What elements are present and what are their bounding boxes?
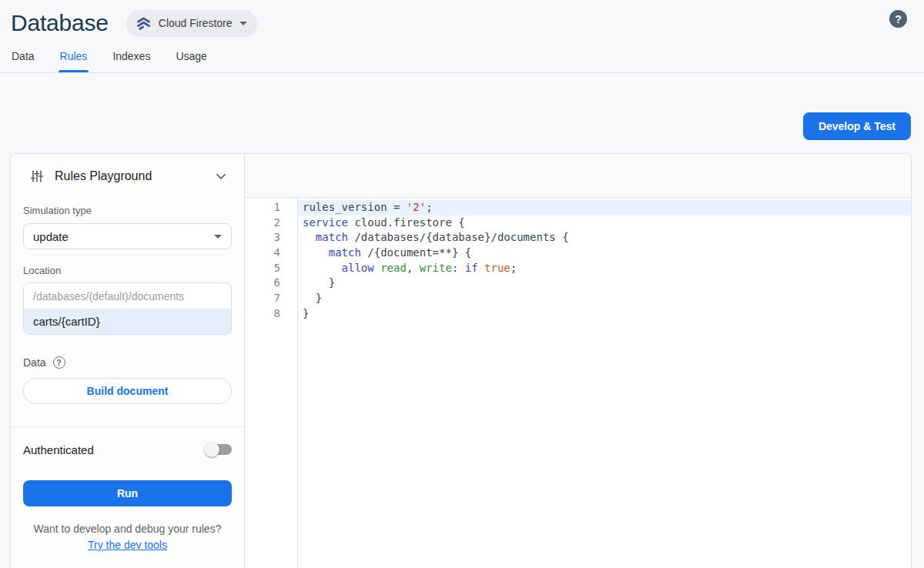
rules-card: Rules Playground Simulation type update … [10, 153, 912, 568]
code-line[interactable]: } [298, 276, 911, 291]
code-token: read [380, 262, 407, 274]
help-icon: ? [895, 13, 902, 25]
line-number: 5 [245, 261, 280, 276]
code-token [478, 262, 484, 274]
tab-usage[interactable]: Usage [175, 42, 207, 72]
code-line[interactable]: rules_version = '2'; [298, 200, 911, 216]
authenticated-label: Authenticated [23, 443, 94, 456]
simulation-type-select[interactable]: update [23, 223, 232, 249]
code-token: ; [511, 262, 517, 274]
page-title: Database [11, 10, 109, 36]
code-token: '2' [407, 201, 426, 213]
help-button[interactable]: ? [889, 10, 907, 28]
code-token: /{document=**} { [361, 246, 471, 259]
code-token: ; [426, 201, 432, 213]
code-token [303, 246, 329, 259]
line-number: 2 [245, 216, 280, 231]
playground-title: Rules Playground [55, 169, 203, 183]
line-number: 6 [245, 276, 280, 291]
product-selector[interactable]: Cloud Firestore [126, 10, 257, 37]
code-token: rules_version = [303, 201, 407, 213]
code-token: } [303, 292, 322, 304]
location-input[interactable]: /databases/(default)/documents carts/{ca… [23, 282, 232, 335]
code-token [303, 262, 342, 274]
editor-gutter: 12345678 [245, 198, 298, 568]
line-number: 1 [245, 200, 280, 216]
code-token: service [303, 216, 348, 229]
build-document-button[interactable]: Build document [23, 378, 232, 404]
run-button[interactable]: Run [23, 480, 232, 506]
editor-toolbar [245, 154, 911, 198]
chevron-down-icon [239, 22, 247, 25]
line-number: 3 [245, 230, 280, 246]
chevron-down-icon [214, 235, 222, 239]
code-token: if [465, 262, 478, 274]
code-token: cloud.firestore { [348, 216, 465, 229]
code-token [303, 231, 316, 243]
rules-editor: 12345678 rules_version = '2';service clo… [245, 154, 911, 568]
code-token: } [303, 276, 335, 289]
tab-rules[interactable]: Rules [59, 42, 89, 72]
location-label: Location [23, 265, 232, 276]
authenticated-row: Authenticated [23, 442, 232, 457]
data-label: Data [23, 356, 46, 369]
editor-code[interactable]: rules_version = '2';service cloud.firest… [298, 198, 911, 568]
playground-header[interactable]: Rules Playground [11, 154, 244, 198]
rules-playground-panel: Rules Playground Simulation type update … [11, 154, 245, 568]
data-section-header: Data ? [23, 356, 232, 369]
develop-test-button[interactable]: Develop & Test [803, 112, 911, 140]
data-help-icon[interactable]: ? [53, 356, 65, 369]
product-selector-label: Cloud Firestore [159, 17, 233, 29]
tab-data[interactable]: Data [11, 42, 35, 72]
divider [11, 426, 244, 427]
code-token: allow [342, 262, 374, 274]
playground-body: Simulation type update Location /databas… [11, 205, 244, 552]
tab-bar: Data Rules Indexes Usage [0, 40, 924, 73]
code-token: } [303, 307, 309, 319]
location-placeholder: /databases/(default)/documents [24, 283, 231, 309]
code-token: /databases/{database}/documents { [348, 231, 569, 243]
code-line[interactable]: allow read, write: if true; [298, 261, 911, 276]
code-line[interactable]: } [298, 291, 911, 306]
dev-tools-prompt: Want to develop and debug your rules? [23, 523, 232, 535]
tab-indexes[interactable]: Indexes [112, 42, 151, 72]
code-token [374, 262, 380, 274]
code-line[interactable]: match /{document=**} { [298, 246, 911, 261]
authenticated-toggle[interactable] [204, 442, 232, 457]
code-token: , [407, 262, 420, 274]
firestore-icon [136, 15, 152, 32]
simulation-type-value: update [33, 230, 214, 243]
code-token: match [316, 231, 348, 243]
line-number: 8 [245, 306, 280, 322]
line-number: 7 [245, 291, 280, 306]
app-header: Database Cloud Firestore ? [0, 0, 924, 40]
location-value[interactable]: carts/{cartID} [24, 309, 231, 334]
collapse-chevron-icon[interactable] [213, 169, 229, 184]
code-line[interactable]: } [298, 306, 911, 322]
tune-icon [29, 169, 45, 184]
code-token: true [484, 262, 511, 274]
line-number: 4 [245, 246, 280, 261]
simulation-type-label: Simulation type [23, 205, 232, 216]
dev-tools-link[interactable]: Try the dev tools [88, 539, 167, 551]
code-token: write [420, 262, 452, 274]
code-token: : [452, 262, 465, 274]
toggle-knob [204, 442, 219, 457]
code-token: match [329, 246, 361, 259]
editor-main[interactable]: 12345678 rules_version = '2';service clo… [245, 198, 911, 568]
code-line[interactable]: match /databases/{database}/documents { [298, 230, 911, 246]
code-line[interactable]: service cloud.firestore { [298, 216, 911, 231]
